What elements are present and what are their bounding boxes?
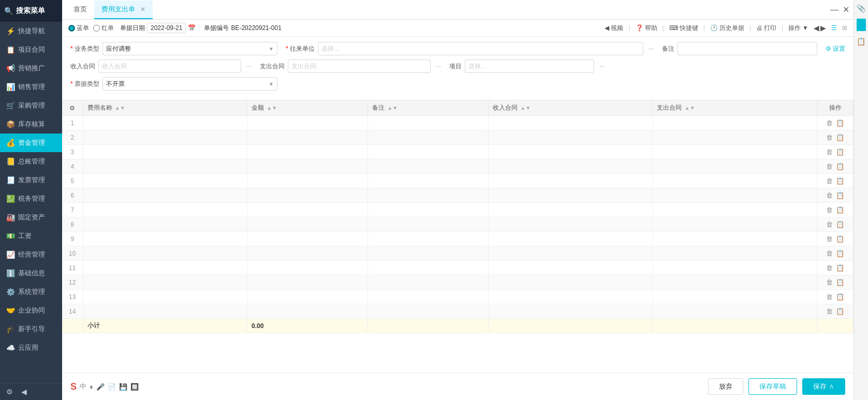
copy-icon[interactable]: 📋 xyxy=(836,307,844,315)
amount-cell[interactable] xyxy=(247,232,368,246)
discard-button[interactable]: 放弃 xyxy=(708,378,743,395)
tab-close-expense-slip[interactable]: ✕ xyxy=(140,6,145,13)
remark-cell[interactable] xyxy=(367,174,488,188)
expense-contract-cell[interactable] xyxy=(653,145,817,159)
remark-cell[interactable] xyxy=(367,246,488,261)
expense-contract-cell[interactable] xyxy=(653,232,817,246)
expense-contract-cell[interactable] xyxy=(653,159,817,174)
amount-cell[interactable] xyxy=(247,217,368,232)
copy-icon[interactable]: 📋 xyxy=(836,134,844,141)
sort-icon-remark[interactable]: ▲▼ xyxy=(387,106,398,111)
sidebar-item-capital-mgmt[interactable]: 💰资金管理 xyxy=(0,134,62,152)
remark-cell[interactable] xyxy=(367,145,488,159)
sort-icon-expense[interactable]: ▲▼ xyxy=(115,106,125,111)
remark-cell[interactable] xyxy=(367,188,488,203)
expense-contract-cell[interactable] xyxy=(653,130,817,145)
sidebar-item-ledger-mgmt[interactable]: 📒总账管理 xyxy=(0,152,62,171)
amount-cell[interactable] xyxy=(247,203,368,217)
settings-icon[interactable]: ⚙ xyxy=(6,388,13,396)
amount-cell[interactable] xyxy=(247,261,368,275)
delete-icon[interactable]: 🗑 xyxy=(826,278,833,286)
sidebar-item-tax-mgmt[interactable]: 💹税务管理 xyxy=(0,189,62,208)
right-panel-clip-icon[interactable]: 📎 xyxy=(857,4,865,12)
remark-cell[interactable] xyxy=(367,261,488,275)
sidebar-item-new-guide[interactable]: 🎓新手引导 xyxy=(0,320,62,338)
expense-contract-more-btn[interactable]: ··· xyxy=(436,63,441,70)
sidebar-header[interactable]: 🔍 搜索菜单 xyxy=(0,0,62,22)
amount-cell[interactable] xyxy=(247,290,368,304)
delete-icon[interactable]: 🗑 xyxy=(826,220,833,228)
sidebar-item-fixed-assets[interactable]: 🏭固定资产 xyxy=(0,208,62,227)
amount-cell[interactable] xyxy=(247,174,368,188)
copy-icon[interactable]: 📋 xyxy=(836,293,844,301)
income-contract-cell[interactable] xyxy=(488,304,653,319)
col-expense-contract[interactable]: 支出合同 ▲▼ xyxy=(653,100,817,116)
expense-contract-select[interactable]: 支出合同 xyxy=(288,60,431,73)
video-btn[interactable]: ◀ 视频 xyxy=(605,24,623,33)
date-value[interactable]: 2022-09-21 xyxy=(147,23,186,33)
income-contract-cell[interactable] xyxy=(488,203,653,217)
expense-contract-cell[interactable] xyxy=(653,290,817,304)
delete-icon[interactable]: 🗑 xyxy=(826,119,833,127)
income-contract-select[interactable]: 收入合同 xyxy=(98,60,241,73)
radio-blue[interactable]: 蓝单 xyxy=(68,24,89,33)
tab-home[interactable]: 首页 xyxy=(66,1,94,19)
expense-name-cell[interactable] xyxy=(83,174,247,188)
help-btn[interactable]: ❓ 帮助 xyxy=(636,24,657,33)
copy-icon[interactable]: 📋 xyxy=(836,191,844,199)
income-contract-cell[interactable] xyxy=(488,275,653,290)
settings-btn[interactable]: ⚙ 设置 xyxy=(826,45,845,53)
delete-icon[interactable]: 🗑 xyxy=(826,264,833,272)
delete-icon[interactable]: 🗑 xyxy=(826,148,833,156)
amount-cell[interactable] xyxy=(247,145,368,159)
expense-contract-cell[interactable] xyxy=(653,304,817,319)
delete-icon[interactable]: 🗑 xyxy=(826,307,833,315)
copy-icon[interactable]: 📋 xyxy=(836,264,844,272)
nav-prev[interactable]: ◀ xyxy=(814,24,819,32)
sidebar-item-project-contract[interactable]: 📋项目合同 xyxy=(0,40,62,59)
print-btn[interactable]: 🖨 打印 xyxy=(756,24,776,33)
copy-icon[interactable]: 📋 xyxy=(836,177,844,185)
delete-icon[interactable]: 🗑 xyxy=(826,235,833,243)
income-contract-cell[interactable] xyxy=(488,232,653,246)
amount-cell[interactable] xyxy=(247,304,368,319)
copy-icon[interactable]: 📋 xyxy=(836,206,844,214)
col-amount[interactable]: 金额 ▲▼ xyxy=(247,100,368,116)
expense-contract-cell[interactable] xyxy=(653,174,817,188)
sort-icon-expense-contract[interactable]: ▲▼ xyxy=(685,106,695,111)
delete-icon[interactable]: 🗑 xyxy=(826,134,833,141)
copy-icon[interactable]: 📋 xyxy=(836,119,844,127)
amount-cell[interactable] xyxy=(247,275,368,290)
col-income-contract[interactable]: 收入合同 ▲▼ xyxy=(488,100,653,116)
income-contract-cell[interactable] xyxy=(488,159,653,174)
expense-contract-cell[interactable] xyxy=(653,275,817,290)
sidebar-item-cloud-app[interactable]: ☁️云应用 xyxy=(0,338,62,357)
expense-contract-cell[interactable] xyxy=(653,217,817,232)
amount-cell[interactable] xyxy=(247,246,368,261)
expense-contract-cell[interactable] xyxy=(653,203,817,217)
expense-name-cell[interactable] xyxy=(83,159,247,174)
expense-contract-cell[interactable] xyxy=(653,116,817,130)
income-contract-cell[interactable] xyxy=(488,130,653,145)
partner-select[interactable]: 选择... xyxy=(318,42,643,55)
view-toggle-grid[interactable]: ⊞ xyxy=(842,24,847,32)
sidebar-item-purchase-mgmt[interactable]: 🛒采购管理 xyxy=(0,96,62,115)
amount-cell[interactable] xyxy=(247,188,368,203)
expense-contract-cell[interactable] xyxy=(653,188,817,203)
income-contract-cell[interactable] xyxy=(488,116,653,130)
remark-cell[interactable] xyxy=(367,203,488,217)
col-config[interactable]: ⚙ xyxy=(62,100,83,116)
logo-grid-icon[interactable]: 🔲 xyxy=(130,383,139,391)
shortcut-btn[interactable]: ⌨ 快捷键 xyxy=(669,24,698,33)
right-panel-list-icon[interactable]: 📋 xyxy=(857,37,865,46)
expense-contract-cell[interactable] xyxy=(653,246,817,261)
col-remark[interactable]: 备注 ▲▼ xyxy=(367,100,488,116)
expense-name-cell[interactable] xyxy=(83,188,247,203)
expense-name-cell[interactable] xyxy=(83,203,247,217)
expense-name-cell[interactable] xyxy=(83,261,247,275)
remark-cell[interactable] xyxy=(367,159,488,174)
delete-icon[interactable]: 🗑 xyxy=(826,162,833,170)
history-btn[interactable]: 🕐 历史单据 xyxy=(710,24,744,33)
window-close[interactable]: ✕ xyxy=(843,5,849,14)
remark-cell[interactable] xyxy=(367,116,488,130)
